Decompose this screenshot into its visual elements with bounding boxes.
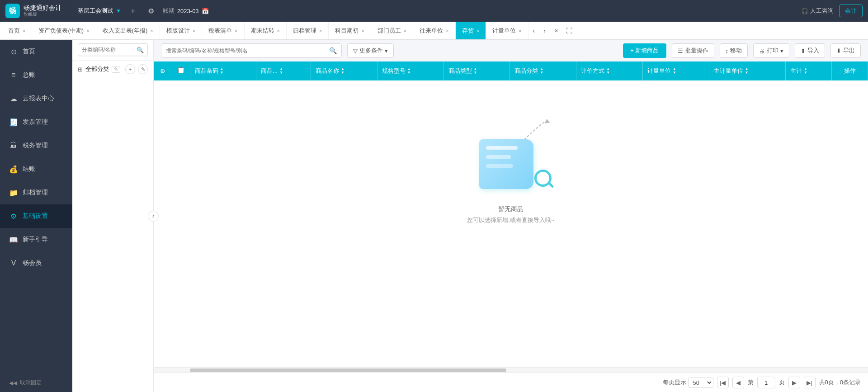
- horizontal-scrollbar[interactable]: [154, 367, 868, 373]
- tab-期末结转[interactable]: 期末结转 ×: [245, 22, 287, 40]
- prev-page-button[interactable]: ◀: [732, 377, 744, 388]
- tab-close-往来单位[interactable]: ×: [446, 28, 448, 33]
- tab-close-科目期初[interactable]: ×: [361, 28, 364, 33]
- th-main-unit[interactable]: 主计量单位 ▲▼: [709, 61, 785, 80]
- product-search-bar[interactable]: 🔍: [161, 43, 342, 58]
- import-button[interactable]: ⬆ 导入: [795, 43, 825, 58]
- tab-scroll-right[interactable]: ›: [539, 22, 550, 40]
- category-search-input[interactable]: 🔍: [78, 43, 148, 56]
- tab-税表清单[interactable]: 税表清单 ×: [202, 22, 244, 40]
- product-search-input[interactable]: [166, 47, 326, 54]
- category-header: 🔍: [72, 40, 153, 61]
- tab-部门员工[interactable]: 部门员工 ×: [371, 22, 413, 40]
- th-settings[interactable]: ⚙: [154, 61, 172, 80]
- all-category-row[interactable]: ⊞ 全部分类 ✎ + ✎: [72, 61, 153, 78]
- tab-存货[interactable]: 存货 ×: [456, 22, 486, 40]
- th-category[interactable]: 商品分类 ▲▼: [510, 61, 576, 80]
- tab-往来单位[interactable]: 往来单位 ×: [413, 22, 455, 40]
- period-area: 账期 2023-03 📅: [163, 7, 209, 15]
- sidebar-item-member[interactable]: V 畅会员: [0, 251, 72, 275]
- edit-category-button[interactable]: ✎: [138, 64, 148, 74]
- th-checkbox[interactable]: [172, 61, 190, 80]
- print-icon: 🖨: [759, 47, 765, 54]
- tab-close-首页[interactable]: ×: [23, 28, 25, 33]
- export-button[interactable]: ⬇ 导出: [830, 43, 861, 58]
- empty-state-row: 暂无商品 您可以选择新增,或者直接导入哦~: [154, 80, 868, 260]
- empty-state: 暂无商品 您可以选择新增,或者直接导入哦~: [154, 80, 868, 260]
- tab-收入支出表[interactable]: 收入支出表(年报) ×: [96, 22, 160, 40]
- tab-close-资产负债表[interactable]: ×: [86, 28, 89, 33]
- add-category-button[interactable]: +: [125, 64, 135, 74]
- page-size-select[interactable]: 50 10 20 100: [688, 378, 713, 388]
- tab-scroll-left[interactable]: ‹: [528, 22, 539, 40]
- tab-expand[interactable]: ⛶: [563, 22, 576, 40]
- th-main-count[interactable]: 主计 ▲▼: [786, 61, 832, 80]
- guide-icon: 📖: [9, 236, 18, 244]
- th-type[interactable]: 商品类型 ▲▼: [443, 61, 510, 80]
- tab-close-all[interactable]: ×: [550, 22, 563, 40]
- sidebar-item-settings[interactable]: ⚙ 基础设置: [0, 204, 72, 228]
- sidebar-item-reports[interactable]: ☁ 云报表中心: [0, 87, 72, 110]
- tab-close-税表清单[interactable]: ×: [235, 28, 237, 33]
- th-name[interactable]: 商品名称 ▲▼: [311, 61, 377, 80]
- product-search-icon[interactable]: 🔍: [329, 47, 337, 54]
- tab-close-计量单位[interactable]: ×: [519, 28, 521, 33]
- app-logo-text: 畅捷通好会计 旗舰版: [24, 4, 61, 18]
- th-spec[interactable]: 规格型号 ▲▼: [377, 61, 443, 80]
- more-filter-button[interactable]: ▽ 更多条件 ▾: [347, 43, 394, 58]
- category-search-area: 🔍: [78, 43, 148, 57]
- collapse-panel-button[interactable]: ‹: [148, 211, 159, 222]
- app-logo-icon: 畅: [5, 4, 20, 18]
- empty-desc: 您可以选择新增,或者直接导入哦~: [467, 216, 554, 224]
- action-bar: 🔍 ▽ 更多条件 ▾ + 新增商品 ☰ 批量操作: [154, 40, 868, 61]
- sidebar-unpin-button[interactable]: ◀◀ 取消固定: [0, 373, 72, 392]
- settings-button[interactable]: ⚙: [145, 5, 157, 17]
- edit-category-icon[interactable]: ✎: [112, 66, 120, 73]
- sidebar-item-close[interactable]: 💰 结账: [0, 157, 72, 181]
- first-page-button[interactable]: |◀: [717, 377, 729, 388]
- tab-close-部门员工[interactable]: ×: [404, 28, 406, 33]
- company-selector[interactable]: 基层工会测试 ▼: [78, 7, 121, 15]
- sidebar-item-home[interactable]: ⊙ 首页: [0, 40, 72, 63]
- th-barcode[interactable]: 商品条码 ▲▼: [190, 61, 256, 80]
- tab-模版设计[interactable]: 模版设计 ×: [160, 22, 202, 40]
- sidebar-item-ledger[interactable]: ≡ 总账: [0, 63, 72, 87]
- tab-归档管理[interactable]: 归档管理 ×: [287, 22, 329, 40]
- main-content: 🔍 ▽ 更多条件 ▾ + 新增商品 ☰ 批量操作: [154, 40, 868, 392]
- pagination-bar: 每页显示 50 10 20 100 |◀ ◀ 第 页 ▶ ▶|: [154, 373, 868, 392]
- batch-icon: ☰: [678, 47, 683, 54]
- batch-operation-button[interactable]: ☰ 批量操作: [672, 43, 714, 58]
- archive-icon: 📁: [9, 189, 18, 197]
- move-button[interactable]: ↕ 移动: [720, 43, 748, 58]
- last-page-button[interactable]: ▶|: [804, 377, 816, 388]
- tab-close-归档管理[interactable]: ×: [319, 28, 322, 33]
- add-tab-button[interactable]: ＋: [127, 5, 139, 17]
- scroll-thumb[interactable]: [190, 368, 506, 372]
- tab-首页[interactable]: 首页 ×: [2, 22, 32, 40]
- th-code[interactable]: 商品... ▲▼: [256, 61, 311, 80]
- tab-计量单位[interactable]: 计量单位 ×: [486, 22, 528, 40]
- th-unit[interactable]: 计量单位 ▲▼: [642, 61, 709, 80]
- next-page-button[interactable]: ▶: [788, 377, 800, 388]
- page-number-input[interactable]: [757, 377, 775, 388]
- tab-close-模版设计[interactable]: ×: [193, 28, 195, 33]
- print-button[interactable]: 🖨 打印 ▾: [753, 43, 789, 58]
- th-price-method[interactable]: 计价方式 ▲▼: [576, 61, 643, 80]
- tab-close-存货[interactable]: ×: [476, 28, 479, 33]
- kuaiji-button[interactable]: 会计: [839, 5, 863, 17]
- tab-资产负债表[interactable]: 资产负债表(中期) ×: [32, 22, 96, 40]
- tab-close-收入支出表[interactable]: ×: [150, 28, 153, 33]
- tab-科目期初[interactable]: 科目期初 ×: [329, 22, 371, 40]
- category-search-icon[interactable]: 🔍: [137, 47, 144, 53]
- sidebar-item-archive[interactable]: 📁 归档管理: [0, 181, 72, 204]
- add-product-button[interactable]: + 新增商品: [623, 43, 666, 58]
- tab-close-期末结转[interactable]: ×: [277, 28, 280, 33]
- sidebar-item-invoice[interactable]: 🧾 发票管理: [0, 110, 72, 134]
- select-all-checkbox[interactable]: [178, 67, 184, 73]
- page-size-selector: 每页显示 50 10 20 100: [663, 378, 713, 388]
- sidebar-item-guide[interactable]: 📖 新手引导: [0, 228, 72, 251]
- calendar-icon[interactable]: 📅: [202, 8, 209, 14]
- category-search-field[interactable]: [82, 47, 137, 53]
- customer-service-button[interactable]: 🎧 人工咨询: [801, 7, 834, 15]
- sidebar-item-tax[interactable]: 🏛 税务管理: [0, 134, 72, 157]
